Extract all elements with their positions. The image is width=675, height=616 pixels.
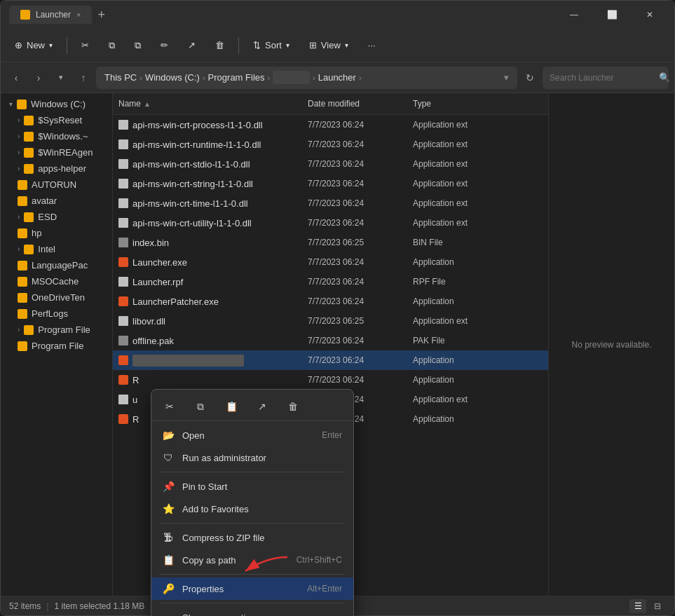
file-row[interactable]: Launcher.exe 7/7/2023 06:24 Application [113, 252, 548, 272]
sidebar-item-sysreset[interactable]: › $SysReset [1, 112, 112, 128]
expand-button[interactable]: ▾ [51, 68, 71, 88]
sidebar-item-avatar[interactable]: avatar [1, 193, 112, 209]
details-view-button[interactable]: ⊟ [649, 599, 666, 613]
sort-asc-icon: ▲ [144, 100, 151, 108]
ctx-share-button[interactable]: ↗ [252, 397, 272, 416]
sidebar-item-perflogs[interactable]: PerfLogs [1, 306, 112, 322]
sidebar-label-programfiles1: Program File [38, 324, 90, 335]
chevron-right-icon: › [18, 213, 20, 221]
col-header-name[interactable]: Name ▲ [113, 96, 302, 111]
bin-file-icon [118, 238, 128, 247]
close-button[interactable]: ✕ [634, 4, 666, 25]
ctx-pin-start[interactable]: 📌 Pin to Start [151, 475, 353, 498]
ctx-copy-path[interactable]: 📋 Copy as path Ctrl+Shift+C [151, 549, 353, 571]
new-button[interactable]: ⊕ New ▾ [6, 36, 61, 55]
rename-button[interactable]: ✏ [152, 36, 177, 55]
sidebar-item-apps-helper[interactable]: › apps-helper [1, 160, 112, 177]
minimize-button[interactable]: — [558, 4, 590, 25]
copy-icon: ⧉ [109, 40, 115, 51]
file-row[interactable]: api-ms-win-crt-string-l1-1-0.dll 7/7/202… [113, 174, 548, 193]
file-row[interactable]: api-ms-win-crt-utility-l1-1-0.dll 7/7/20… [113, 213, 548, 233]
copy-button[interactable]: ⧉ [100, 36, 123, 55]
file-row[interactable]: index.bin 7/7/2023 06:25 BIN File [113, 233, 548, 252]
file-row[interactable]: R 7/7/2023 06:24 Application [113, 370, 548, 390]
forward-button[interactable]: › [29, 68, 48, 88]
folder-icon [24, 212, 34, 222]
back-button[interactable]: ‹ [6, 68, 26, 88]
view-button[interactable]: ⊞ View ▾ [301, 36, 357, 55]
sidebar-item-programfiles1[interactable]: › Program File [1, 322, 112, 338]
ctx-add-favorites[interactable]: ⭐ Add to Favorites [151, 498, 353, 520]
more-button[interactable]: ··· [360, 36, 384, 55]
sidebar-item-programfiles2[interactable]: Program File [1, 338, 112, 354]
item-count: 52 items [9, 601, 41, 611]
file-row[interactable]: api-ms-win-crt-time-l1-1-0.dll 7/7/2023 … [113, 193, 548, 213]
run-admin-icon: 🛡 [163, 452, 174, 463]
ctx-more-options-label: Show more options [182, 612, 342, 617]
search-input[interactable] [550, 73, 655, 83]
open-icon: 📂 [163, 430, 174, 441]
tab-close-button[interactable]: × [76, 11, 81, 19]
cut-button[interactable]: ✂ [73, 36, 97, 55]
file-row[interactable]: libovr.dll 7/7/2023 06:25 Application ex… [113, 311, 548, 331]
sort-button[interactable]: ⇅ Sort ▾ [245, 36, 298, 55]
delete-icon: 🗑 [215, 40, 224, 50]
col-header-date[interactable]: Date modified [302, 96, 407, 111]
window-tab[interactable]: Launcher × [9, 6, 92, 24]
folder-icon [18, 180, 27, 190]
add-tab-button[interactable]: + [92, 5, 111, 25]
up-button[interactable]: ↑ [74, 68, 93, 88]
path-segment-programfiles[interactable]: Program Files [208, 72, 265, 83]
sidebar-item-windows-c[interactable]: ▾ Windows (C:) [1, 96, 112, 112]
context-menu-toolbar: ✂ ⧉ 📋 ↗ 🗑 [151, 392, 353, 421]
ctx-more-options[interactable]: ⋯ Show more options [151, 606, 353, 616]
path-dropdown-icon[interactable]: ▾ [504, 72, 509, 83]
ctx-open[interactable]: 📂 Open Enter [151, 424, 353, 446]
share-button[interactable]: ↗ [179, 36, 204, 55]
sidebar-item-onedrivetem[interactable]: OneDriveTen [1, 289, 112, 306]
ctx-cut-button[interactable]: ✂ [160, 397, 179, 416]
file-row[interactable]: LauncherPatcher.exe 7/7/2023 06:24 Appli… [113, 292, 548, 311]
file-row[interactable]: Launcher.rpf 7/7/2023 06:24 RPF File [113, 272, 548, 292]
sidebar-item-msocache[interactable]: MSOCache [1, 273, 112, 289]
delete-button[interactable]: 🗑 [207, 36, 233, 55]
ctx-compress[interactable]: 🗜 Compress to ZIP file [151, 526, 353, 549]
path-segment-hidden[interactable]: ████ [273, 71, 310, 84]
file-row[interactable]: api-ms-win-crt-runtime-l1-1-0.dll 7/7/20… [113, 135, 548, 154]
dll-file-icon [118, 179, 128, 189]
ctx-run-admin[interactable]: 🛡 Run as administrator [151, 446, 353, 469]
sidebar-label-windows-c: Windows (C:) [31, 99, 86, 109]
ctx-delete-button[interactable]: 🗑 [283, 397, 303, 416]
ctx-paste-button[interactable]: 📋 [221, 397, 241, 416]
file-name-cell: offline.pak [113, 336, 302, 346]
file-row[interactable]: api-ms-win-crt-process-l1-1-0.dll 7/7/20… [113, 115, 548, 135]
sidebar-item-autorun[interactable]: AUTORUN [1, 177, 112, 193]
sidebar-item-languagepac[interactable]: LanguagePac [1, 257, 112, 273]
ctx-properties[interactable]: 🔑 Properties Alt+Enter [151, 577, 353, 600]
refresh-button[interactable]: ↻ [520, 68, 540, 88]
sidebar-item-intel[interactable]: › Intel [1, 241, 112, 257]
sidebar-item-hp[interactable]: hp [1, 225, 112, 241]
path-segment-thispc[interactable]: This PC [104, 72, 137, 83]
new-label: New [27, 40, 45, 50]
file-row[interactable]: offline.pak 7/7/2023 06:24 PAK File [113, 331, 548, 350]
file-row-selected[interactable]: ████████████████ 7/7/2023 06:24 Applicat… [113, 350, 548, 370]
maximize-button[interactable]: ⬜ [596, 4, 628, 25]
file-name-cell: LauncherPatcher.exe [113, 296, 302, 307]
path-segment-c[interactable]: Windows (C:) [145, 72, 200, 83]
sidebar-label-programfiles2: Program File [32, 341, 83, 351]
path-segment-launcher[interactable]: Launcher [318, 72, 356, 83]
sidebar-item-windows-tilde[interactable]: › $Windows.~ [1, 128, 112, 144]
file-row[interactable]: api-ms-win-crt-stdio-l1-1-0.dll 7/7/2023… [113, 154, 548, 174]
ctx-properties-label: Properties [182, 584, 299, 594]
list-view-button[interactable]: ☰ [629, 599, 646, 613]
sort-icon: ⇅ [253, 40, 261, 50]
address-path[interactable]: This PC › Windows (C:) › Program Files ›… [96, 67, 517, 89]
col-header-type[interactable]: Type [407, 96, 512, 111]
sidebar-item-winreagen[interactable]: › $WinREAgen [1, 144, 112, 160]
sidebar-item-esd[interactable]: › ESD [1, 209, 112, 225]
paste-button[interactable]: ⧉ [126, 36, 149, 55]
ctx-copy-button[interactable]: ⧉ [191, 397, 210, 416]
exe-file-icon [118, 296, 128, 306]
rename-icon: ✏ [161, 40, 168, 50]
